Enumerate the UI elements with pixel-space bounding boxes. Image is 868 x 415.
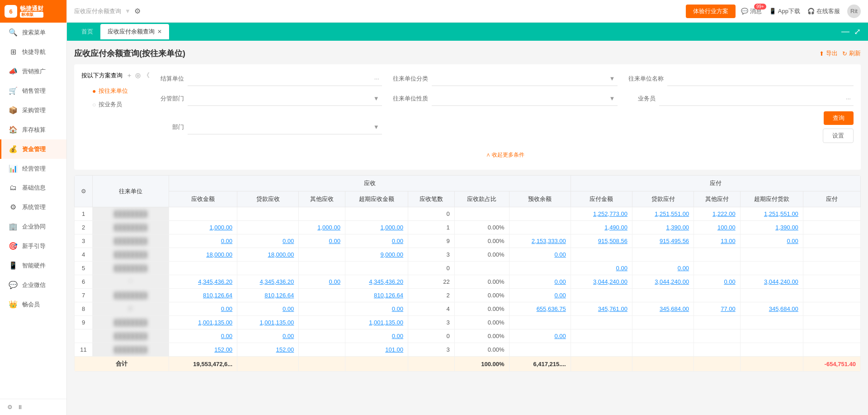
row-rec-loan[interactable]: 18,000.00	[237, 248, 299, 262]
row-rec-loan[interactable]: 0.00	[237, 329, 299, 343]
setting-button[interactable]: 设置	[823, 129, 854, 143]
row-rec-overdue[interactable]: 1,001,135.00	[345, 316, 408, 329]
row-rec-loan[interactable]: 1,001,135.00	[237, 316, 299, 329]
row-pay-overdue[interactable]: 3,044,240.00	[740, 275, 803, 289]
table-settings-icon[interactable]: ⚙	[81, 188, 86, 195]
row-rec-prepay[interactable]: 2,153,333.00	[509, 234, 571, 248]
sidebar-item-inventory[interactable]: 🏠 库存核算	[0, 120, 66, 139]
sidebar-item-sales[interactable]: 🛒 销售管理	[0, 81, 66, 100]
tab-receivable[interactable]: 应收应付余额查询 ✕	[100, 24, 169, 39]
messages-btn[interactable]: 💬 消息 99+	[741, 7, 762, 15]
row-rec-loan[interactable]: 0.00	[237, 302, 299, 316]
sidebar-item-quick[interactable]: ⊞ 快捷导航	[0, 42, 66, 62]
row-rec-amount[interactable]: 810,126.64	[169, 289, 237, 302]
row-pay-amount[interactable]: 1,252,773.00	[571, 207, 632, 221]
back-icon[interactable]: 《	[143, 72, 150, 80]
dept-input[interactable]	[190, 122, 373, 132]
row-rec-overdue[interactable]: 4,345,436.20	[345, 275, 408, 289]
row-rec-amount[interactable]: 152.00	[169, 343, 237, 357]
row-rec-overdue[interactable]: 810,126.64	[345, 289, 408, 302]
row-rec-amount[interactable]: 0.00	[169, 329, 237, 343]
row-rec-amount[interactable]: 0.00	[169, 302, 237, 316]
row-pay-overdue[interactable]: 1,251,551.00	[740, 207, 803, 221]
row-pay-loan[interactable]: 0.00	[632, 262, 693, 275]
header-gear-icon[interactable]: ⚙	[134, 7, 141, 15]
salesperson-input[interactable]	[662, 93, 846, 104]
collapse-button[interactable]: ∧ 收起更多条件	[157, 148, 854, 162]
row-rec-prepay[interactable]: 0.00	[509, 248, 571, 262]
row-pay-loan[interactable]: 345,684.00	[632, 302, 693, 316]
sidebar-item-search[interactable]: 🔍 搜索菜单	[0, 23, 66, 42]
row-pay-other[interactable]: 1,222.00	[694, 207, 741, 221]
row-rec-overdue[interactable]: 9,000.00	[345, 248, 408, 262]
row-pay-loan[interactable]: 1,390.00	[632, 221, 693, 234]
row-pay-amount[interactable]: 3,044,240.00	[571, 275, 632, 289]
sidebar-item-hardware[interactable]: 📱 智能硬件	[0, 256, 66, 275]
search-option-partner[interactable]: ● 按往来单位	[89, 85, 150, 97]
row-pay-amount[interactable]: 345,761.00	[571, 302, 632, 316]
app-download-btn[interactable]: 📱 App下载	[769, 7, 800, 15]
row-pay-overdue[interactable]: 0.00	[740, 234, 803, 248]
user-avatar[interactable]: Rit	[847, 5, 861, 18]
row-pay-overdue[interactable]: 345,684.00	[740, 302, 803, 316]
tab-home[interactable]: 首页	[74, 24, 100, 39]
sidebar-bottom[interactable]: ⚙ ⏸	[0, 399, 66, 415]
row-rec-overdue[interactable]: 0.00	[345, 302, 408, 316]
row-rec-amount[interactable]: 18,000.00	[169, 248, 237, 262]
query-button[interactable]: 查询	[824, 111, 854, 125]
row-pay-loan[interactable]: 1,251,551.00	[632, 207, 693, 221]
row-pay-amount[interactable]: 915,508.56	[571, 234, 632, 248]
sidebar-item-guide[interactable]: 🎯 新手引导	[0, 236, 66, 256]
row-pay-loan[interactable]: 3,044,240.00	[632, 275, 693, 289]
sidebar-item-system[interactable]: ⚙ 系统管理	[0, 197, 66, 217]
online-service-btn[interactable]: 🎧 在线客服	[807, 7, 840, 15]
sidebar-item-corp[interactable]: 🏢 企业协同	[0, 217, 66, 236]
tab-minimize-icon[interactable]: —	[841, 27, 849, 37]
row-rec-prepay[interactable]: 0.00	[509, 289, 571, 302]
row-rec-amount[interactable]: 0.00	[169, 234, 237, 248]
row-pay-other[interactable]: 0.00	[694, 275, 741, 289]
partner-name-input[interactable]	[670, 73, 851, 84]
row-rec-other[interactable]: 0.00	[299, 234, 345, 248]
row-pay-amount[interactable]: 0.00	[571, 262, 632, 275]
row-rec-overdue[interactable]: 0.00	[345, 329, 408, 343]
row-rec-prepay[interactable]: 0.00	[509, 329, 571, 343]
row-pay-loan[interactable]: 915,495.56	[632, 234, 693, 248]
row-rec-loan[interactable]: 4,345,436.20	[237, 275, 299, 289]
branch-dept-input[interactable]	[190, 93, 373, 104]
tab-maximize-icon[interactable]: ⤢	[854, 27, 861, 37]
refresh-button[interactable]: ↻ 刷新	[842, 49, 861, 57]
row-rec-other[interactable]: 0.00	[299, 275, 345, 289]
sidebar-item-operation[interactable]: 📊 经营管理	[0, 159, 66, 178]
sidebar-item-member[interactable]: 👑 畅会员	[0, 295, 66, 314]
row-rec-prepay[interactable]: 655,636.75	[509, 302, 571, 316]
sidebar-item-wechat[interactable]: 💬 企业微信	[0, 275, 66, 295]
row-pay-amount[interactable]: 1,490.00	[571, 221, 632, 234]
row-rec-other[interactable]: 1,000.00	[299, 221, 345, 234]
row-rec-loan[interactable]: 152.00	[237, 343, 299, 357]
row-pay-overdue[interactable]: 1,390.00	[740, 221, 803, 234]
sidebar-item-basic[interactable]: 🗂 基础信息	[0, 178, 66, 197]
promo-button[interactable]: 体验行业方案	[686, 5, 736, 18]
row-rec-amount[interactable]: 4,345,436.20	[169, 275, 237, 289]
row-rec-overdue[interactable]: 0.00	[345, 234, 408, 248]
row-rec-overdue[interactable]: 101.00	[345, 343, 408, 357]
partner-nature-input[interactable]	[434, 93, 609, 104]
sidebar-item-purchase[interactable]: 📦 采购管理	[0, 100, 66, 120]
row-pay-other[interactable]: 13.00	[694, 234, 741, 248]
sidebar-item-finance[interactable]: 💰 资金管理	[0, 139, 66, 159]
add-filter-icon[interactable]: ＋	[126, 72, 132, 80]
row-rec-loan[interactable]: 0.00	[237, 234, 299, 248]
search-option-salesperson[interactable]: ○ 按业务员	[89, 99, 150, 110]
export-button[interactable]: ⬆ 导出	[819, 49, 838, 57]
row-rec-amount[interactable]: 1,000.00	[169, 221, 237, 234]
row-pay-other[interactable]: 77.00	[694, 302, 741, 316]
row-rec-loan[interactable]: 810,126.64	[237, 289, 299, 302]
tab-close-icon[interactable]: ✕	[157, 29, 162, 35]
target-icon[interactable]: ◎	[135, 72, 141, 80]
row-rec-overdue[interactable]: 1,000.00	[345, 221, 408, 234]
sidebar-item-marketing[interactable]: 📣 营销推广	[0, 62, 66, 81]
row-pay-other[interactable]: 100.00	[694, 221, 741, 234]
partner-category-input[interactable]	[434, 73, 609, 84]
row-rec-amount[interactable]: 1,001,135.00	[169, 316, 237, 329]
